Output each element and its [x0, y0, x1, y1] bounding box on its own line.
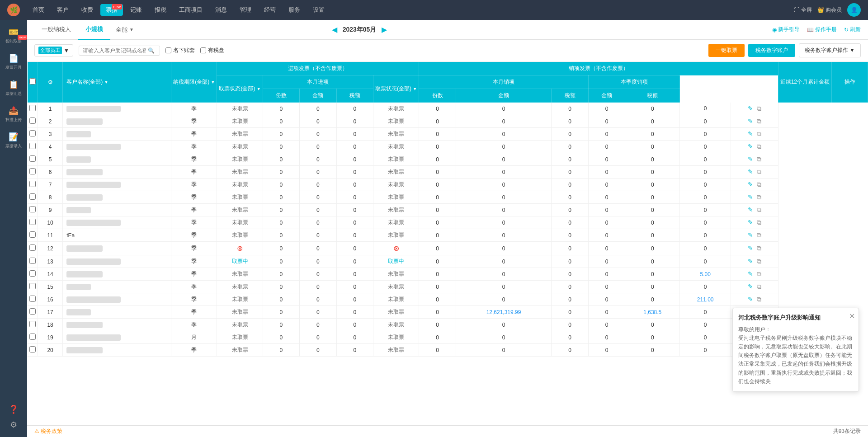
- nav-operation[interactable]: 经营: [259, 4, 281, 16]
- checkbox-account-set[interactable]: 名下账套: [165, 47, 195, 54]
- copy-icon[interactable]: ⧉: [757, 231, 761, 239]
- copy-icon[interactable]: ⧉: [757, 117, 761, 125]
- account-set-checkbox[interactable]: [165, 47, 171, 53]
- row-checkbox[interactable]: [29, 283, 36, 289]
- sidebar-settings-icon[interactable]: ⚙: [10, 420, 17, 430]
- tax-policy-link[interactable]: ⚠ 税务政策: [34, 428, 62, 435]
- copy-icon[interactable]: ⧉: [757, 270, 761, 277]
- row-checkbox[interactable]: [29, 346, 36, 352]
- edit-icon[interactable]: ✎: [748, 193, 753, 201]
- nav-accounting[interactable]: 记账: [125, 4, 147, 16]
- nav-service[interactable]: 服务: [283, 4, 306, 16]
- tab-general-taxpayer[interactable]: 一般纳税人: [34, 20, 78, 40]
- edit-icon[interactable]: ✎: [748, 155, 753, 163]
- search-input[interactable]: [83, 47, 146, 54]
- row-checkbox[interactable]: [29, 143, 36, 149]
- sidebar-item-summary[interactable]: 📋 票据汇总: [0, 76, 27, 100]
- popup-close-btn[interactable]: ✕: [849, 312, 855, 320]
- row-checkbox[interactable]: [29, 105, 36, 111]
- row-checkbox[interactable]: [29, 308, 36, 315]
- employee-select[interactable]: 全部员工 ▼: [34, 44, 73, 56]
- th-in-fetch-status[interactable]: 取票状态(全部) ▼: [217, 75, 263, 103]
- row-num-cell: 2: [38, 115, 63, 128]
- edit-icon[interactable]: ✎: [748, 244, 753, 252]
- row-checkbox[interactable]: [29, 155, 36, 162]
- th-tax-period[interactable]: 纳税期限(全部) ▼: [171, 62, 217, 103]
- nav-home[interactable]: 首页: [27, 4, 50, 16]
- digital-account-btn[interactable]: 税务数字账户: [748, 44, 795, 57]
- member-btn[interactable]: 👑 购会员: [817, 6, 842, 14]
- nav-settings[interactable]: 设置: [307, 4, 330, 16]
- edit-icon[interactable]: ✎: [748, 219, 753, 226]
- digital-account-ops-btn[interactable]: 税务数字账户操作 ▼: [799, 43, 861, 57]
- copy-icon[interactable]: ⧉: [757, 130, 761, 137]
- nav-billing[interactable]: 收费: [76, 4, 99, 16]
- prev-month-btn[interactable]: ◀: [332, 25, 337, 34]
- row-checkbox[interactable]: [29, 231, 36, 238]
- edit-icon[interactable]: ✎: [748, 258, 753, 265]
- copy-icon[interactable]: ⧉: [757, 219, 761, 226]
- nav-tax[interactable]: 报税: [149, 4, 172, 16]
- edit-icon[interactable]: ✎: [748, 117, 753, 125]
- row-checkbox[interactable]: [29, 321, 36, 327]
- nav-message[interactable]: 消息: [210, 4, 232, 16]
- copy-icon[interactable]: ⧉: [757, 296, 761, 303]
- refresh-btn[interactable]: ↻ 刷新: [844, 26, 861, 33]
- nav-invoice[interactable]: 票据 new: [100, 4, 123, 16]
- tax-disk-checkbox[interactable]: [200, 47, 206, 53]
- tab-all-ability[interactable]: 全能 ▼: [110, 26, 139, 34]
- nav-business[interactable]: 工商项目: [174, 4, 208, 16]
- row-checkbox[interactable]: [29, 219, 36, 225]
- fullscreen-btn[interactable]: ⛶ 全屏: [794, 6, 811, 14]
- copy-icon[interactable]: ⧉: [757, 155, 761, 163]
- edit-icon[interactable]: ✎: [748, 105, 753, 112]
- sidebar-item-issue[interactable]: 📄 发票开具: [0, 50, 27, 74]
- new-guide-btn[interactable]: ◉ 新手引导: [772, 26, 800, 33]
- nav-manage[interactable]: 管理: [234, 4, 257, 16]
- row-checkbox[interactable]: [29, 334, 36, 340]
- one-click-fetch-btn[interactable]: 一键取票: [708, 44, 745, 57]
- tab-small-scale[interactable]: 小规模: [78, 20, 110, 40]
- next-month-btn[interactable]: ▶: [382, 25, 387, 34]
- row-checkbox[interactable]: [29, 244, 36, 251]
- copy-icon[interactable]: ⧉: [757, 168, 761, 175]
- select-all-checkbox[interactable]: [29, 78, 36, 85]
- row-checkbox[interactable]: [29, 270, 36, 277]
- edit-icon[interactable]: ✎: [748, 206, 753, 213]
- row-checkbox[interactable]: [29, 258, 36, 264]
- sidebar-item-scan[interactable]: 📤 扫描上传: [0, 102, 27, 127]
- row-checkbox[interactable]: [29, 206, 36, 212]
- row-checkbox[interactable]: [29, 130, 36, 136]
- th-out-fetch-status[interactable]: 取票状态(全部) ▼: [373, 75, 419, 103]
- row-checkbox[interactable]: [29, 168, 36, 174]
- edit-icon[interactable]: ✎: [748, 181, 753, 188]
- row-checkbox[interactable]: [29, 117, 36, 124]
- copy-icon[interactable]: ⧉: [757, 193, 761, 201]
- row-checkbox[interactable]: [29, 181, 36, 187]
- edit-icon[interactable]: ✎: [748, 231, 753, 239]
- manual-btn[interactable]: 📖 操作手册: [807, 26, 837, 33]
- edit-icon[interactable]: ✎: [748, 283, 753, 290]
- row-checkbox[interactable]: [29, 296, 36, 302]
- th-customer-name[interactable]: 客户名称(全部) ▼: [63, 62, 171, 103]
- copy-icon[interactable]: ⧉: [757, 105, 761, 112]
- row-checkbox[interactable]: [29, 193, 36, 200]
- edit-icon[interactable]: ✎: [748, 143, 753, 150]
- copy-icon[interactable]: ⧉: [757, 181, 761, 188]
- copy-icon[interactable]: ⧉: [757, 258, 761, 265]
- sidebar-help-icon[interactable]: ❓: [9, 404, 19, 414]
- copy-icon[interactable]: ⧉: [757, 283, 761, 290]
- th-settings[interactable]: ⚙: [38, 62, 63, 103]
- edit-icon[interactable]: ✎: [748, 168, 753, 175]
- copy-icon[interactable]: ⧉: [757, 206, 761, 213]
- sidebar-item-smart-ticket[interactable]: 🎫 智能取票 new: [0, 23, 27, 48]
- edit-icon[interactable]: ✎: [748, 130, 753, 137]
- nav-customer[interactable]: 客户: [52, 4, 74, 16]
- checkbox-tax-disk[interactable]: 有税盘: [200, 47, 224, 54]
- copy-icon[interactable]: ⧉: [757, 143, 761, 150]
- edit-icon[interactable]: ✎: [748, 296, 753, 303]
- user-avatar[interactable]: 👤: [847, 3, 861, 17]
- edit-icon[interactable]: ✎: [748, 270, 753, 277]
- copy-icon[interactable]: ⧉: [757, 244, 761, 252]
- sidebar-item-record[interactable]: 📝 票据录入: [0, 128, 27, 153]
